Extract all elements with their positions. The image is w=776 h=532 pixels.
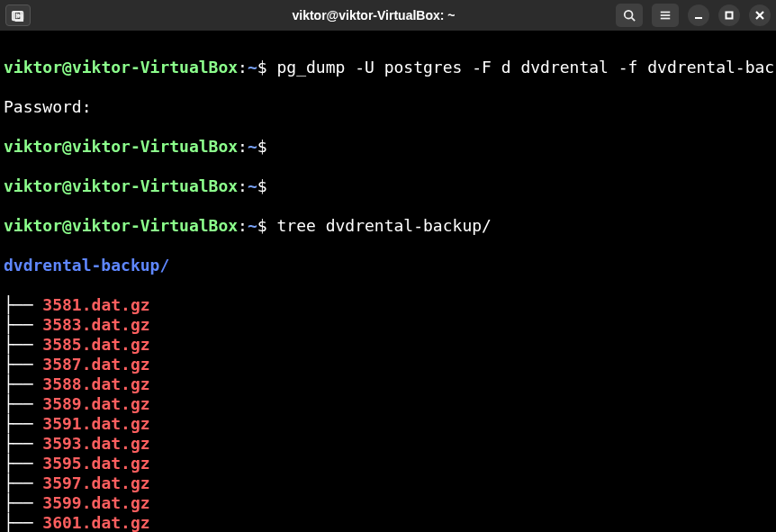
tree-file-line: ├── 3589.dat.gz — [4, 394, 772, 414]
tree-branch-icon: ├── — [4, 315, 42, 334]
command-line: viktor@viktor-VirtualBox:~$ pg_dump -U p… — [4, 58, 772, 77]
tree-file-name: 3588.dat.gz — [42, 374, 149, 393]
tree-branch-icon: ├── — [4, 473, 42, 492]
prompt-at: @ — [62, 58, 72, 77]
tree-branch-icon: ├── — [4, 493, 42, 512]
tree-file-line: ├── 3601.dat.gz — [4, 513, 772, 532]
empty-prompt: viktor@viktor-VirtualBox:~$ — [4, 137, 772, 157]
tree-file-line: ├── 3581.dat.gz — [4, 295, 772, 315]
tree-branch-icon: ├── — [4, 335, 42, 354]
svg-point-6 — [625, 11, 633, 19]
tree-file-line: ├── 3595.dat.gz — [4, 454, 772, 473]
password-line: Password: — [4, 97, 772, 117]
tree-file-name: 3587.dat.gz — [42, 355, 149, 374]
tree-branch-icon: ├── — [4, 374, 42, 393]
empty-prompt: viktor@viktor-VirtualBox:~$ — [4, 176, 772, 196]
tree-branch-icon: ├── — [4, 355, 42, 374]
titlebar-right — [616, 4, 771, 27]
command-text: pg_dump -U postgres -F d dvdrental -f dv… — [267, 58, 776, 77]
tree-file-name: 3599.dat.gz — [42, 493, 149, 512]
tree-file-name: 3595.dat.gz — [42, 454, 149, 473]
tree-file-line: ├── 3593.dat.gz — [4, 434, 772, 454]
titlebar-left — [5, 5, 131, 26]
tree-branch-icon: ├── — [4, 295, 42, 314]
close-button[interactable] — [749, 5, 771, 26]
prompt-colon: : — [238, 58, 248, 77]
tree-file-name: 3589.dat.gz — [42, 394, 149, 413]
menu-button[interactable] — [652, 4, 679, 27]
tree-branch-icon: ├── — [4, 513, 42, 532]
maximize-button[interactable] — [718, 5, 740, 26]
tree-file-name: 3583.dat.gz — [42, 315, 149, 334]
tree-file-name: 3585.dat.gz — [42, 335, 149, 354]
tree-file-name: 3597.dat.gz — [42, 473, 149, 492]
tree-branch-icon: ├── — [4, 394, 42, 413]
tree-branch-icon: ├── — [4, 454, 42, 473]
prompt-dollar: $ — [257, 58, 267, 77]
minimize-button[interactable] — [688, 5, 709, 26]
titlebar: viktor@viktor-VirtualBox: ~ — [0, 0, 776, 31]
tree-branch-icon: ├── — [4, 414, 42, 433]
tree-file-line: ├── 3597.dat.gz — [4, 473, 772, 493]
tree-file-name: 3593.dat.gz — [42, 434, 149, 453]
tree-root: dvdrental-backup/ — [4, 256, 772, 275]
svg-line-7 — [632, 18, 636, 22]
tree-file-name: 3601.dat.gz — [42, 513, 149, 532]
tree-file-name: 3581.dat.gz — [42, 295, 149, 314]
tree-file-line: ├── 3585.dat.gz — [4, 335, 772, 355]
tree-file-line: ├── 3587.dat.gz — [4, 355, 772, 374]
prompt-tilde: ~ — [248, 58, 257, 77]
tree-file-line: ├── 3588.dat.gz — [4, 374, 772, 394]
prompt-host: viktor-VirtualBox — [72, 58, 238, 77]
terminal-output[interactable]: viktor@viktor-VirtualBox:~$ pg_dump -U p… — [0, 31, 776, 532]
search-button[interactable] — [616, 4, 643, 27]
svg-rect-12 — [726, 13, 733, 19]
window-title: viktor@viktor-VirtualBox: ~ — [135, 5, 612, 25]
tree-command: viktor@viktor-VirtualBox:~$ tree dvdrent… — [4, 216, 772, 236]
prompt-user: viktor — [4, 58, 62, 77]
tree-file-line: ├── 3591.dat.gz — [4, 414, 772, 434]
tree-branch-icon: ├── — [4, 434, 42, 453]
tree-file-line: ├── 3599.dat.gz — [4, 493, 772, 513]
tree-file-name: 3591.dat.gz — [42, 414, 149, 433]
tree-file-line: ├── 3583.dat.gz — [4, 315, 772, 335]
new-tab-button[interactable] — [5, 5, 31, 26]
